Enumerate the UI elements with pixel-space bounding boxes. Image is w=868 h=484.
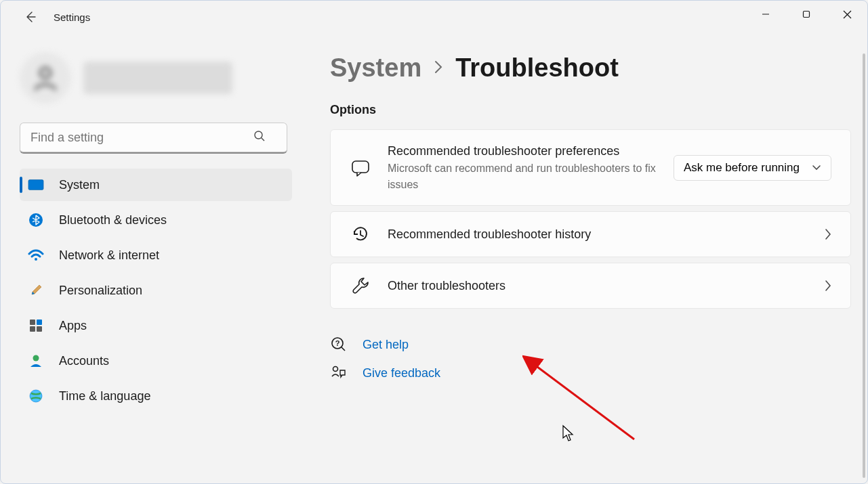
maximize-button[interactable] (786, 1, 827, 28)
svg-point-3 (255, 131, 262, 139)
main-content: System Troubleshoot Options Recommended … (330, 53, 851, 483)
sidebar-item-label: Accounts (59, 354, 109, 368)
get-help-link[interactable]: ? Get help (330, 336, 851, 353)
avatar (20, 52, 71, 104)
svg-rect-1 (804, 12, 810, 18)
svg-point-2 (40, 68, 50, 78)
svg-rect-9 (30, 320, 35, 325)
svg-point-18 (333, 367, 338, 372)
svg-rect-5 (28, 180, 43, 190)
sidebar-item-label: Time & language (59, 389, 150, 403)
link-label: Give feedback (363, 366, 440, 380)
back-button[interactable] (17, 3, 44, 30)
preferences-dropdown[interactable]: Ask me before running (674, 155, 831, 181)
chevron-right-icon (825, 280, 831, 292)
account-icon (28, 353, 44, 369)
sidebar-item-personalization[interactable]: Personalization (20, 274, 292, 307)
display-icon (28, 177, 44, 193)
svg-text:?: ? (335, 339, 340, 347)
svg-point-14 (30, 390, 42, 402)
breadcrumb-parent[interactable]: System (330, 53, 421, 83)
nav-list: System Bluetooth & devices Network & int… (20, 169, 292, 412)
svg-rect-12 (37, 326, 42, 332)
sidebar-item-label: Bluetooth & devices (59, 213, 167, 227)
app-title: Settings (54, 12, 90, 23)
sidebar-item-label: Apps (59, 319, 87, 333)
give-feedback-link[interactable]: Give feedback (330, 364, 851, 382)
options-label: Options (330, 103, 851, 117)
card-troubleshooter-history[interactable]: Recommended troubleshooter history (330, 211, 851, 257)
breadcrumb: System Troubleshoot (330, 53, 851, 83)
chat-icon (350, 158, 371, 178)
back-arrow-icon (24, 10, 37, 24)
close-button[interactable] (827, 1, 867, 28)
link-label: Get help (363, 338, 409, 352)
breadcrumb-current: Troubleshoot (455, 53, 619, 83)
svg-rect-11 (30, 326, 35, 332)
globe-icon (28, 388, 44, 404)
footer-links: ? Get help Give feedback (330, 336, 851, 382)
svg-point-8 (35, 258, 37, 261)
profile-name (83, 62, 232, 94)
sidebar-item-time-language[interactable]: Time & language (20, 380, 292, 412)
card-title: Recommended troubleshooter history (388, 225, 808, 244)
titlebar: Settings (1, 1, 867, 33)
svg-line-4 (262, 138, 264, 141)
svg-rect-15 (352, 161, 369, 173)
history-icon (350, 224, 371, 244)
svg-point-13 (33, 355, 39, 361)
profile-block[interactable] (20, 52, 292, 104)
scrollbar[interactable] (863, 53, 865, 478)
sidebar-item-label: Personalization (59, 284, 142, 298)
svg-rect-10 (37, 320, 42, 325)
card-title: Recommended troubleshooter preferences (388, 142, 657, 160)
brush-icon (28, 282, 44, 299)
chevron-right-icon (434, 60, 443, 77)
sidebar-item-accounts[interactable]: Accounts (20, 345, 292, 377)
person-icon (30, 63, 60, 93)
feedback-icon (330, 364, 348, 382)
sidebar-item-apps[interactable]: Apps (20, 309, 292, 342)
card-subtitle: Microsoft can recommend and run troubles… (388, 160, 657, 193)
sidebar-item-system[interactable]: System (20, 169, 292, 201)
search-icon (253, 129, 266, 146)
search-wrap (20, 123, 292, 154)
chevron-down-icon (812, 164, 821, 171)
minimize-button[interactable] (745, 1, 786, 28)
search-input[interactable] (20, 123, 287, 154)
apps-icon (28, 317, 44, 334)
sidebar-item-bluetooth[interactable]: Bluetooth & devices (20, 204, 292, 236)
card-troubleshooter-preferences[interactable]: Recommended troubleshooter preferences M… (330, 129, 851, 206)
wifi-icon (28, 247, 44, 263)
card-title: Other troubleshooters (388, 277, 808, 295)
wrench-icon (350, 276, 371, 296)
help-icon: ? (330, 336, 348, 353)
sidebar-item-network[interactable]: Network & internet (20, 239, 292, 271)
sidebar: System Bluetooth & devices Network & int… (1, 40, 306, 412)
bluetooth-icon (28, 212, 44, 228)
chevron-right-icon (825, 228, 831, 240)
sidebar-item-label: Network & internet (59, 248, 159, 263)
dropdown-value: Ask me before running (684, 161, 800, 175)
card-other-troubleshooters[interactable]: Other troubleshooters (330, 263, 851, 309)
sidebar-item-label: System (59, 178, 100, 192)
window-controls (745, 1, 867, 28)
